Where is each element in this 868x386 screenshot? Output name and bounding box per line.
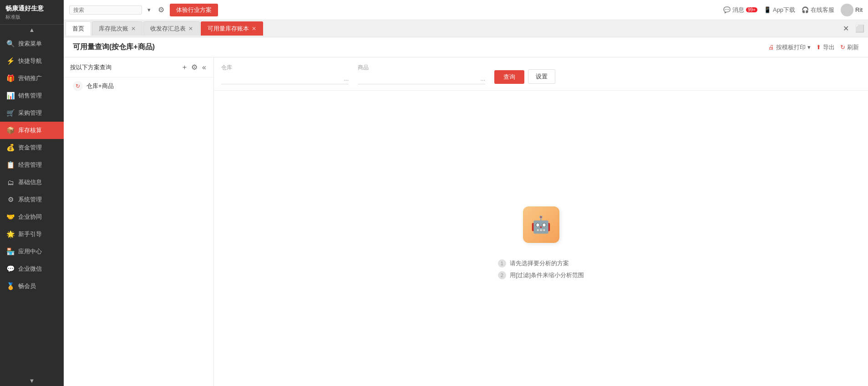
topbar-dropdown-btn[interactable]: ▾ [146,6,152,13]
sidebar-item-label-basic: 基础信息 [18,178,57,186]
filter-item-warehouse-goods[interactable]: ↻ 仓库+商品 [64,77,213,95]
message-label: 消息 [732,6,744,14]
sidebar-item-appstore[interactable]: 🏪 应用中心 [0,243,64,260]
empty-hint-2: 2 用[过滤]条件来缩小分析范围 [498,271,584,279]
goods-field-input[interactable]: ... [358,73,485,84]
filter-item-label: 仓库+商品 [86,82,114,90]
warehouse-field-input[interactable]: ... [221,73,349,84]
sidebar-item-marketing[interactable]: 🎁 营销推广 [0,70,64,87]
inventory-icon: 📦 [6,126,15,134]
topbar: ▾ ⚙ 体验行业方案 💬 消息 99+ 📱 App下载 🎧 在线客服 [64,0,868,20]
headset-icon: 🎧 [802,6,809,13]
sidebar-scroll-up[interactable]: ▲ [0,25,64,35]
filter-panel: 按以下方案查询 + ⚙ « ↻ 仓库+商品 [64,57,214,386]
sidebar-item-label-system: 系统管理 [18,196,57,204]
tab-batch[interactable]: 库存批次账✕ [92,21,142,36]
empty-state: 🤖 1 请先选择要分析的方案 2 用[过滤]条件来缩小分析范围 [214,91,868,386]
sidebar-item-newbie[interactable]: 🌟 新手引导 [0,226,64,243]
sidebar-item-label-search: 搜索菜单 [18,40,57,48]
export-icon: ⬆ [816,44,821,51]
tab-close-available[interactable]: ✕ [252,26,256,32]
app-edition: 标准版 [5,14,58,21]
empty-illustration: 🤖 [514,197,569,252]
main-area: ▾ ⚙ 体验行业方案 💬 消息 99+ 📱 App下载 🎧 在线客服 [64,0,868,386]
topbar-gear-btn[interactable]: ⚙ [156,5,166,14]
tab-close-batch[interactable]: ✕ [131,26,136,32]
sidebar-item-cooperation[interactable]: 🤝 企业协同 [0,208,64,226]
industry-btn[interactable]: 体验行业方案 [170,4,218,16]
hint-text-1: 请先选择要分析的方案 [510,259,569,268]
message-btn[interactable]: 💬 消息 99+ [723,6,757,14]
sidebar-scroll-down[interactable]: ▼ [0,376,64,386]
sidebar-item-finance[interactable]: 💰 资金管理 [0,139,64,156]
sidebar-item-label-newbie: 新手引导 [18,230,57,238]
sidebar-item-wecom[interactable]: 💬 企业微信 [0,260,64,278]
filter-header-label: 按以下方案查询 [70,63,179,72]
sales-icon: 📊 [6,92,15,100]
page-actions: 🖨 按模板打印 ▾ ⬆ 导出 ↻ 刷新 [768,43,859,51]
user-name: Rit [855,6,863,13]
sidebar-item-label-marketing: 营销推广 [18,74,57,82]
sidebar-item-basic[interactable]: 🗂 基础信息 [0,174,64,191]
tab-maximize-btn[interactable]: ⬜ [853,24,866,33]
filter-collapse-btn[interactable]: « [201,63,207,72]
tab-close-all-btn[interactable]: ✕ [841,24,851,33]
sidebar: 畅康通好生意 标准版 ▲ 🔍 搜索菜单 ⚡ 快捷导航 🎁 营销推广 📊 销售管理… [0,0,64,386]
sidebar-item-label-appstore: 应用中心 [18,247,57,256]
tab-label-home: 首页 [72,25,84,33]
query-area: 仓库 ... 商品 ... 查询 [214,57,868,386]
warehouse-more-btn[interactable]: ... [344,75,349,82]
phone-icon: 📱 [764,6,771,13]
avatar [841,4,853,16]
goods-input[interactable] [358,75,480,82]
tab-label-batch: 库存批次账 [99,25,128,33]
print-dropdown-icon[interactable]: ▾ [807,44,811,51]
finance-icon: 💰 [6,144,15,152]
export-btn[interactable]: ⬆ 导出 [816,43,835,51]
marketing-icon: 🎁 [6,74,15,82]
sidebar-item-inventory[interactable]: 📦 库存核算 [0,122,64,139]
sidebar-item-sales[interactable]: 📊 销售管理 [0,87,64,104]
print-template-btn[interactable]: 🖨 按模板打印 ▾ [768,43,811,51]
member-icon: 🏅 [6,282,15,290]
sidebar-item-operation[interactable]: 📋 经营管理 [0,156,64,174]
filter-settings-btn[interactable]: ⚙ [190,63,198,72]
goods-more-btn[interactable]: ... [480,75,485,82]
sidebar-item-member[interactable]: 🏅 畅会员 [0,278,64,295]
search-input[interactable] [73,7,132,13]
tab-close-collection[interactable]: ✕ [188,26,193,32]
sidebar-item-system[interactable]: ⚙ 系统管理 [0,191,64,208]
customer-service-label: 在线客服 [811,6,834,14]
hint-text-2: 用[过滤]条件来缩小分析范围 [510,271,584,279]
filter-add-btn[interactable]: + [182,63,188,72]
refresh-btn[interactable]: ↻ 刷新 [840,43,859,51]
hint-num-1: 1 [498,259,506,268]
sidebar-item-label-purchase: 采购管理 [18,109,57,117]
sidebar-item-purchase[interactable]: 🛒 采购管理 [0,104,64,122]
empty-hint-1: 1 请先选择要分析的方案 [498,259,584,268]
sidebar-item-label-member: 畅会员 [18,282,57,290]
sidebar-item-search[interactable]: 🔍 搜索菜单 [0,35,64,52]
tab-home[interactable]: 首页 [66,21,91,36]
customer-service-btn[interactable]: 🎧 在线客服 [802,6,834,14]
topbar-search-box[interactable] [69,5,142,15]
empty-robot-icon: 🤖 [523,206,559,243]
user-info[interactable]: Rit [841,4,863,16]
query-btn[interactable]: 查询 [494,70,524,84]
app-download-label: App下载 [773,6,795,14]
warehouse-input[interactable] [221,75,344,82]
basic-icon: 🗂 [6,179,15,186]
operation-icon: 📋 [6,161,15,169]
tab-collection[interactable]: 收发存汇总表✕ [143,21,200,36]
sidebar-item-label-cooperation: 企业协同 [18,213,57,221]
sidebar-scroll: 🔍 搜索菜单 ⚡ 快捷导航 🎁 营销推广 📊 销售管理 🛒 采购管理 📦 库存核… [0,35,64,376]
filter-header: 按以下方案查询 + ⚙ « [64,57,213,77]
tab-available[interactable]: 可用量库存账本✕ [201,21,263,36]
goods-field-label: 商品 [358,64,485,72]
query-settings-btn[interactable]: 设置 [528,69,555,84]
goods-field: 商品 ... [358,64,485,84]
sidebar-item-shortcut[interactable]: ⚡ 快捷导航 [0,52,64,70]
sidebar-header: 畅康通好生意 标准版 [0,0,64,25]
app-download-btn[interactable]: 📱 App下载 [764,6,795,14]
purchase-icon: 🛒 [6,109,15,117]
